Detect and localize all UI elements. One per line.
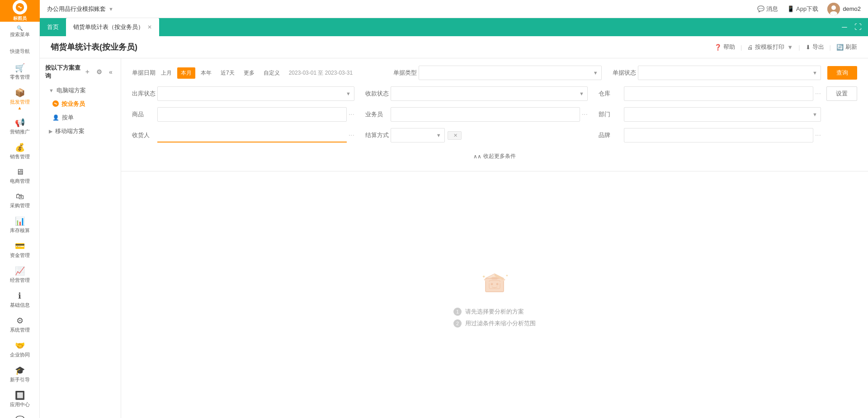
filter-doc-type: 单据类型 ▼	[393, 66, 602, 80]
topbar-user[interactable]: demo2	[827, 3, 861, 15]
date-custom[interactable]: 自定义	[260, 67, 283, 79]
dept-select[interactable]	[624, 107, 821, 122]
date-prev-month[interactable]: 上月	[157, 67, 175, 79]
goods-label: 商品	[132, 110, 157, 119]
sidebar-quick-nav[interactable]: 快捷导航	[0, 45, 39, 56]
filter-payment-method: 结算方式 ▼ ✕	[365, 128, 588, 142]
tree-desktop[interactable]: ▼ 电脑端方案	[40, 84, 121, 97]
sidebar-item-operation[interactable]: 📈 经营管理	[0, 262, 39, 287]
sidebar: 标图员 🔍 搜索菜单 快捷导航 🛒 零售管理 📦 批发管理 ▲ 📢 营销推广 💰…	[0, 0, 40, 418]
doc-status-select[interactable]	[638, 66, 821, 80]
filter-salesperson: 业务员 ···	[365, 107, 588, 122]
ecommerce-icon: 🖥	[16, 167, 24, 177]
sidebar-item-retail[interactable]: 🛒 零售管理	[0, 59, 39, 84]
tree-by-order[interactable]: 👤 按单	[52, 111, 121, 124]
topbar-app-btn[interactable]: 📱 App下载	[787, 5, 818, 13]
wholesale-label: 批发管理	[10, 99, 30, 105]
topbar-msg-btn[interactable]: 💬 消息	[757, 5, 778, 13]
tree-sub-desktop: 按业务员 👤 按单	[40, 97, 121, 124]
sidebar-item-finance[interactable]: 💳 资金管理	[0, 238, 39, 262]
breadcrumb-arrow[interactable]: ▼	[108, 6, 113, 12]
export-btn[interactable]: ⬇ 导出	[806, 43, 824, 51]
print-btn[interactable]: 🖨 按模板打印 ▼	[747, 43, 793, 51]
doc-status-select-wrap: ▼	[638, 66, 821, 80]
filter-payment-status: 收款状态 ▼	[365, 86, 588, 101]
consignee-dots[interactable]: ···	[349, 131, 354, 139]
consignee-input[interactable]	[157, 128, 347, 142]
purchase-label: 采购管理	[10, 202, 30, 209]
tab-close-btn[interactable]: ✕	[147, 24, 152, 30]
sales-stat-tab-label: 销货单统计表（按业务员）	[73, 23, 144, 31]
sidebar-item-purchase[interactable]: 🛍 采购管理	[0, 188, 39, 213]
apps-icon: 🔲	[15, 390, 25, 400]
filter-dept: 部门 ▼	[599, 107, 821, 122]
query-btn[interactable]: 查询	[827, 66, 857, 80]
inventory-label: 库存核算	[10, 227, 30, 234]
tab-maximize-btn[interactable]: ⛶	[852, 21, 864, 33]
sidebar-item-marketing[interactable]: 📢 营销推广	[0, 114, 39, 139]
sidebar-item-sales[interactable]: 💰 销售管理	[0, 139, 39, 164]
collapse-bar[interactable]: ∧∧ 收起更多条件	[132, 149, 857, 164]
stock-status-select[interactable]	[157, 86, 354, 101]
sidebar-item-system[interactable]: ⚙ 系统管理	[0, 312, 39, 337]
goods-input[interactable]	[157, 107, 347, 122]
date-cur-month[interactable]: 本月	[177, 67, 195, 79]
tree-mobile[interactable]: ▶ 移动端方案	[40, 124, 121, 138]
tab-minimize-btn[interactable]: ─	[838, 21, 851, 33]
sidebar-item-basic[interactable]: ℹ 基础信息	[0, 287, 39, 312]
hint2-num: 2	[453, 319, 462, 328]
payment-method-select[interactable]	[391, 128, 445, 142]
empty-hint-1: 1 请先选择要分析的方案	[453, 308, 536, 316]
sidebar-item-enterprise[interactable]: 🤝 企业协同	[0, 337, 39, 362]
system-label: 系统管理	[10, 327, 30, 333]
print-dropdown-icon[interactable]: ▼	[787, 44, 793, 51]
date-more[interactable]: 更多	[240, 67, 258, 79]
help-icon: ❓	[714, 44, 722, 51]
refresh-btn[interactable]: 🔄 刷新	[836, 43, 857, 51]
payment-tag-close[interactable]: ✕	[453, 133, 458, 138]
salesperson-dots[interactable]: ···	[582, 110, 588, 119]
home-tab-label: 首页	[47, 23, 59, 31]
date-label: 单据日期	[132, 69, 157, 77]
goods-dots[interactable]: ···	[349, 110, 354, 119]
page-title: 销货单统计表(按业务员)	[51, 42, 137, 58]
header-divider2: |	[798, 44, 800, 51]
doc-status-label: 单据状态	[613, 69, 638, 77]
help-btn[interactable]: ❓ 帮助	[714, 43, 735, 51]
add-scheme-btn[interactable]: ＋	[83, 67, 92, 76]
sidebar-item-wholesale[interactable]: 📦 批发管理 ▲	[0, 84, 39, 114]
sidebar-search[interactable]: 🔍 搜索菜单	[0, 22, 39, 42]
brand-dots[interactable]: ···	[815, 131, 821, 139]
app-logo: 标图员	[0, 0, 40, 22]
filter-consignee: 收货人 ···	[132, 128, 354, 142]
filter-row-1: 单据日期 上月 本月 本年 近7天 更多 自定义 2023-03-01 至 20…	[132, 66, 857, 80]
salesperson-input[interactable]	[391, 107, 580, 122]
empty-icon: ✦ ✦	[476, 262, 513, 299]
brand-input[interactable]	[624, 128, 813, 142]
warehouse-input[interactable]	[624, 86, 813, 101]
date-7days[interactable]: 近7天	[217, 67, 238, 79]
tab-home[interactable]: 首页	[40, 18, 66, 36]
left-panel: 按以下方案查询 ＋ ⚙ « ▼ 电脑端方案	[40, 58, 121, 418]
logo-icon	[13, 0, 27, 14]
sales-label: 销售管理	[10, 153, 30, 160]
sidebar-item-ecommerce[interactable]: 🖥 电商管理	[0, 164, 39, 188]
tab-sales-stat[interactable]: 销货单统计表（按业务员） ✕	[66, 18, 159, 36]
payment-status-select[interactable]	[391, 86, 588, 101]
payment-tag: ✕	[448, 131, 462, 140]
sidebar-item-newbie[interactable]: 🎓 新手引导	[0, 362, 39, 387]
svg-point-12	[496, 283, 499, 285]
warehouse-dots[interactable]: ···	[815, 90, 821, 98]
date-cur-year[interactable]: 本年	[197, 67, 215, 79]
sidebar-item-wechat[interactable]: 💬 企业微信	[0, 412, 39, 418]
doc-type-select-wrap: ▼	[419, 66, 602, 80]
tree-by-salesperson[interactable]: 按业务员	[52, 97, 121, 111]
settings-btn[interactable]: 设置	[826, 86, 857, 101]
doc-type-select[interactable]	[419, 66, 602, 80]
sidebar-item-apps[interactable]: 🔲 应用中心	[0, 387, 39, 412]
left-panel-header: 按以下方案查询 ＋ ⚙ «	[40, 64, 121, 84]
settings-scheme-btn[interactable]: ⚙	[94, 67, 104, 76]
collapse-panel-btn[interactable]: «	[106, 67, 115, 76]
sidebar-item-inventory[interactable]: 📊 库存核算	[0, 213, 39, 238]
enterprise-icon: 🤝	[15, 341, 25, 351]
